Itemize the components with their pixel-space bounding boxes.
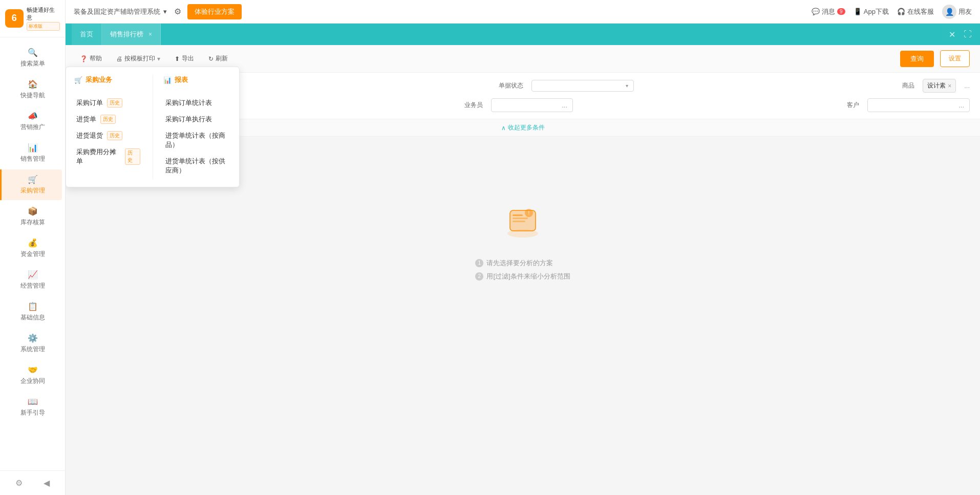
menu-inbound-return[interactable]: 进货退货 历史: [74, 127, 142, 144]
nav-label-0: 搜索菜单: [20, 59, 45, 68]
purchase-section: 🛒 采购业务 采购订单 历史 进货单 历史 进货退货 历史: [74, 75, 142, 179]
inbound-stat-supplier-label: 进货单统计表（按供应商）: [165, 157, 229, 175]
svg-text:!: !: [528, 210, 530, 216]
goods-dots[interactable]: ...: [964, 82, 970, 90]
tabbar: 首页 销售排行榜 × ✕ ⛶: [66, 24, 980, 45]
tab-home[interactable]: 首页: [72, 24, 102, 45]
collapse-btn[interactable]: ∧ 收起更多条件: [501, 123, 545, 132]
refresh-btn[interactable]: ↻ 刷新: [204, 52, 232, 65]
query-btn[interactable]: 查询: [900, 51, 934, 67]
sidebar-item-营销推广[interactable]: 📣营销推广: [3, 106, 62, 137]
sidebar-collapse-btn[interactable]: ◀: [41, 476, 52, 490]
dropdown-menu: 🛒 采购业务 采购订单 历史 进货单 历史 进货退货 历史: [66, 67, 240, 187]
goods-tag: 设计素 ×: [923, 79, 956, 93]
export-btn[interactable]: ⬆ 导出: [171, 52, 198, 65]
empty-step-2: 2 用[过滤]条件来缩小分析范围: [475, 270, 570, 283]
menu-purchase-order-exec[interactable]: 采购订单执行表: [163, 111, 231, 127]
menu-purchase-order-stat[interactable]: 采购订单统计表: [163, 95, 231, 111]
sidebar-item-搜索菜单[interactable]: 🔍搜索菜单: [3, 42, 62, 73]
online-service-item[interactable]: 🎧 在线客服: [897, 7, 934, 16]
nav-icon-5: 📦: [28, 206, 38, 216]
nav-icon-0: 🔍: [28, 48, 38, 57]
topbar-settings-icon[interactable]: ⚙: [174, 7, 181, 16]
inbound-history: 历史: [100, 115, 116, 124]
sidebar-item-采购管理[interactable]: 🛒采购管理: [0, 169, 62, 200]
nav-label-9: 系统管理: [20, 345, 45, 354]
inbound-label: 进货单: [76, 115, 96, 124]
salesperson-dots[interactable]: ...: [562, 101, 567, 109]
customer-label: 客户: [847, 101, 859, 110]
sidebar-item-经营管理[interactable]: 📈经营管理: [3, 265, 62, 295]
sidebar-nav: 🔍搜索菜单🏠快捷导航📣营销推广📊销售管理🛒采购管理📦库存核算💰资金管理📈经营管理…: [0, 37, 65, 470]
print-icon: 🖨: [116, 55, 122, 62]
main-area: 装备及固定资产辅助管理系统 ▾ ⚙ 体验行业方案 💬 消息 9 📱 App下载 …: [66, 0, 980, 495]
menu-inbound-stat-by-supplier[interactable]: 进货单统计表（按供应商）: [163, 153, 231, 179]
tab-close-window-icon[interactable]: ✕: [947, 28, 957, 41]
sidebar-item-资金管理[interactable]: 💰资金管理: [3, 233, 62, 264]
topbar-dropdown[interactable]: ▾: [163, 8, 167, 15]
empty-hint-1: 请先选择要分析的方案: [486, 256, 553, 270]
sidebar-footer: ⚙ ◀: [0, 470, 65, 495]
help-icon: ❓: [80, 55, 88, 62]
nav-label-1: 快捷导航: [20, 91, 45, 100]
goods-tag-close[interactable]: ×: [948, 82, 951, 90]
goods-tag-text: 设计素: [927, 81, 946, 90]
refresh-icon: ↻: [208, 55, 214, 62]
export-label: 导出: [182, 54, 194, 63]
purchase-expense-label: 采购费用分摊单: [76, 147, 121, 166]
sidebar-item-快捷导航[interactable]: 🏠快捷导航: [3, 74, 62, 105]
menu-inbound[interactable]: 进货单 历史: [74, 111, 142, 127]
tab-maximize-icon[interactable]: ⛶: [962, 28, 974, 41]
sidebar-logo[interactable]: 6 畅捷通好生意 标准版: [0, 0, 65, 37]
salesperson-select[interactable]: ...: [491, 98, 573, 112]
nav-label-10: 企业协同: [20, 377, 45, 385]
sidebar-item-销售管理[interactable]: 📊销售管理: [3, 138, 62, 168]
sidebar-settings-btn[interactable]: ⚙: [13, 476, 25, 490]
menu-inbound-stat-by-goods[interactable]: 进货单统计表（按商品）: [163, 127, 231, 153]
help-label: 帮助: [90, 54, 102, 63]
print-btn[interactable]: 🖨 按模板打印 ▾: [112, 52, 164, 65]
topbar: 装备及固定资产辅助管理系统 ▾ ⚙ 体验行业方案 💬 消息 9 📱 App下载 …: [66, 0, 980, 24]
sidebar-item-企业协同[interactable]: 🤝企业协同: [3, 360, 62, 391]
menu-purchase-expense[interactable]: 采购费用分摊单 历史: [74, 144, 142, 169]
purchase-expense-history: 历史: [125, 148, 140, 165]
industry-btn[interactable]: 体验行业方案: [187, 4, 242, 19]
headset-icon: 🎧: [897, 8, 905, 15]
sidebar: 6 畅捷通好生意 标准版 🔍搜索菜单🏠快捷导航📣营销推广📊销售管理🛒采购管理📦库…: [0, 0, 66, 495]
dropdown-divider: [153, 75, 153, 179]
svg-rect-3: [513, 218, 528, 219]
message-item[interactable]: 💬 消息 9: [812, 7, 845, 16]
online-service-label: 在线客服: [907, 7, 934, 16]
purchase-order-label: 采购订单: [76, 98, 103, 107]
inbound-return-history: 历史: [107, 131, 122, 140]
nav-icon-3: 📊: [28, 143, 38, 153]
message-icon: 💬: [812, 8, 820, 15]
nav-label-3: 销售管理: [20, 155, 45, 163]
salesperson-label: 业务员: [464, 101, 483, 110]
customer-select[interactable]: ...: [867, 98, 970, 112]
nav-label-7: 经营管理: [20, 282, 45, 290]
purchase-icon: 🛒: [74, 76, 82, 84]
tab-sales-ranking[interactable]: 销售排行榜 ×: [102, 24, 161, 45]
tab-close-icon[interactable]: ×: [148, 31, 152, 38]
customer-dots[interactable]: ...: [958, 101, 964, 109]
report-section-title: 📊 报表: [163, 75, 231, 89]
content-area: ❓ 帮助 🖨 按模板打印 ▾ ⬆ 导出 ↻ 刷新 查询 设置: [66, 45, 980, 495]
user-item[interactable]: 👤 用友: [942, 5, 972, 19]
nav-icon-11: 📖: [28, 397, 38, 406]
sidebar-item-基础信息[interactable]: 📋基础信息: [3, 296, 62, 327]
logo-badge: 标准版: [27, 22, 60, 31]
menu-purchase-order[interactable]: 采购订单 历史: [74, 95, 142, 111]
sidebar-item-系统管理[interactable]: ⚙️系统管理: [3, 328, 62, 359]
app-download-item[interactable]: 📱 App下载: [854, 7, 889, 16]
help-btn[interactable]: ❓ 帮助: [76, 52, 106, 65]
sidebar-item-库存核算[interactable]: 📦库存核算: [3, 201, 62, 232]
settings-btn[interactable]: 设置: [940, 50, 970, 67]
nav-label-11: 新手引导: [20, 408, 45, 417]
voucher-status-select[interactable]: ▾: [531, 80, 634, 92]
empty-step-1: 1 请先选择要分析的方案: [475, 256, 570, 270]
nav-icon-6: 💰: [28, 238, 38, 248]
message-badge: 9: [837, 8, 845, 15]
sidebar-item-新手引导[interactable]: 📖新手引导: [3, 392, 62, 422]
purchase-order-history: 历史: [107, 98, 122, 107]
